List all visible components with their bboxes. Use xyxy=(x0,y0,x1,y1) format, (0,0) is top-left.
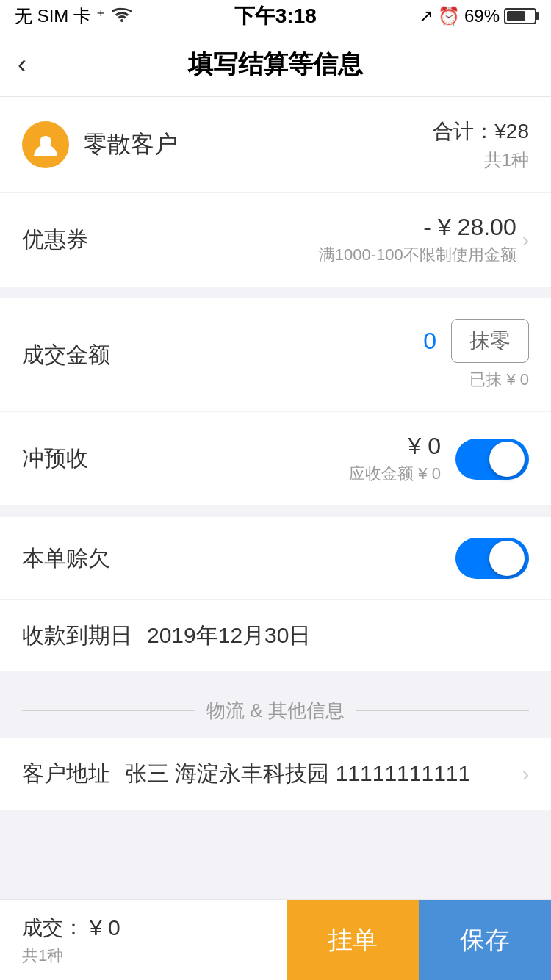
total-count: 共1种 xyxy=(433,148,529,172)
transaction-right: 抹零 xyxy=(378,319,529,363)
nav-bar: ‹ 填写结算等信息 xyxy=(0,32,551,97)
page-title: 填写结算等信息 xyxy=(188,48,363,82)
prepay-receivable: 应收金额 ¥ 0 xyxy=(349,463,441,485)
due-date-value: 2019年12月30日 xyxy=(147,621,311,651)
bottom-deal-amount: ¥ 0 xyxy=(90,915,120,940)
customer-name: 零散客户 xyxy=(84,129,178,161)
battery-percent: 69% xyxy=(464,6,500,26)
debt-row: 本单赊欠 xyxy=(0,517,551,599)
debt-toggle-knob xyxy=(489,541,525,576)
address-content: 客户地址 张三 海淀永丰科技园 11111111111 xyxy=(22,759,470,789)
bottom-info: 成交： ¥ 0 共1种 xyxy=(0,914,287,967)
address-card: 客户地址 张三 海淀永丰科技园 11111111111 › xyxy=(0,738,551,810)
coupon-row[interactable]: 优惠券 - ¥ 28.00 满1000-100不限制使用金额 › xyxy=(0,192,551,287)
debt-card: 本单赊欠 收款到期日 2019年12月30日 xyxy=(0,517,551,671)
debt-label: 本单赊欠 xyxy=(22,544,110,574)
battery-icon xyxy=(504,8,536,24)
avatar xyxy=(22,121,69,168)
transaction-label: 成交金额 xyxy=(22,340,110,370)
coupon-desc: 满1000-100不限制使用金额 xyxy=(319,244,516,266)
address-row[interactable]: 客户地址 张三 海淀永丰科技园 11111111111 › xyxy=(0,738,551,810)
total-amount: 合计：¥28 xyxy=(433,118,529,145)
prepay-toggle-knob xyxy=(489,442,525,477)
wifi-icon xyxy=(112,6,132,26)
logistics-section-label: 物流 & 其他信息 xyxy=(0,683,551,738)
bottom-deal-label: 成交： xyxy=(22,914,84,942)
transaction-value-input[interactable] xyxy=(378,328,436,355)
bottom-bar: 成交： ¥ 0 共1种 挂单 保存 xyxy=(0,899,551,980)
prepay-row: 冲预收 ¥ 0 应收金额 ¥ 0 xyxy=(0,412,551,505)
address-value: 张三 海淀永丰科技园 11111111111 xyxy=(125,759,470,789)
label-line-left xyxy=(22,710,195,711)
address-chevron-icon: › xyxy=(522,763,529,786)
back-button[interactable]: ‹ xyxy=(18,49,26,80)
customer-left: 零散客户 xyxy=(22,121,178,168)
content: 零散客户 合计：¥28 共1种 优惠券 - ¥ 28.00 满1000-100不… xyxy=(0,97,551,909)
alarm-icon: ⏰ xyxy=(438,6,460,26)
coupon-label: 优惠券 xyxy=(22,225,88,255)
address-label: 客户地址 xyxy=(22,759,110,789)
debt-toggle-wrap xyxy=(455,538,529,579)
save-button[interactable]: 保存 xyxy=(419,900,551,981)
round-zero-button[interactable]: 抹零 xyxy=(451,319,529,363)
bottom-deal: 成交： ¥ 0 xyxy=(22,914,264,942)
customer-card: 零散客户 合计：¥28 共1种 优惠券 - ¥ 28.00 满1000-100不… xyxy=(0,97,551,287)
logistics-label-text: 物流 & 其他信息 xyxy=(206,698,345,724)
coupon-chevron-icon: › xyxy=(522,228,529,252)
prepay-toggle-wrap xyxy=(455,439,529,480)
prepay-amount: ¥ 0 xyxy=(349,433,441,460)
debt-toggle[interactable] xyxy=(455,538,529,579)
prepay-toggle[interactable] xyxy=(455,439,529,480)
prepay-right: ¥ 0 应收金额 ¥ 0 xyxy=(349,433,441,485)
label-line-right xyxy=(356,710,529,711)
status-bar: 无 SIM 卡 ⁺ 下午3:18 ↗ ⏰ 69% xyxy=(0,0,551,32)
coupon-right: - ¥ 28.00 满1000-100不限制使用金额 › xyxy=(319,214,529,266)
bottom-count: 共1种 xyxy=(22,945,264,967)
due-label: 收款到期日 xyxy=(22,621,132,651)
location-icon: ↗ xyxy=(419,6,433,26)
transaction-row: 成交金额 抹零 已抹 ¥ 0 xyxy=(0,298,551,412)
customer-right: 合计：¥28 共1种 xyxy=(433,118,529,172)
status-left: 无 SIM 卡 ⁺ xyxy=(15,4,132,28)
prepay-label: 冲预收 xyxy=(22,444,88,474)
status-right: ↗ ⏰ 69% xyxy=(419,6,536,26)
customer-row: 零散客户 合计：¥28 共1种 xyxy=(0,97,551,192)
due-row: 收款到期日 2019年12月30日 xyxy=(0,599,551,671)
transaction-card: 成交金额 抹零 已抹 ¥ 0 冲预收 ¥ 0 应收金额 ¥ 0 xyxy=(0,298,551,505)
sim-label: 无 SIM 卡 ⁺ xyxy=(15,4,106,28)
status-time: 下午3:18 xyxy=(234,2,317,30)
hold-button[interactable]: 挂单 xyxy=(287,900,419,981)
coupon-amount: - ¥ 28.00 xyxy=(319,214,516,241)
already-text: 已抹 ¥ 0 xyxy=(469,369,529,391)
